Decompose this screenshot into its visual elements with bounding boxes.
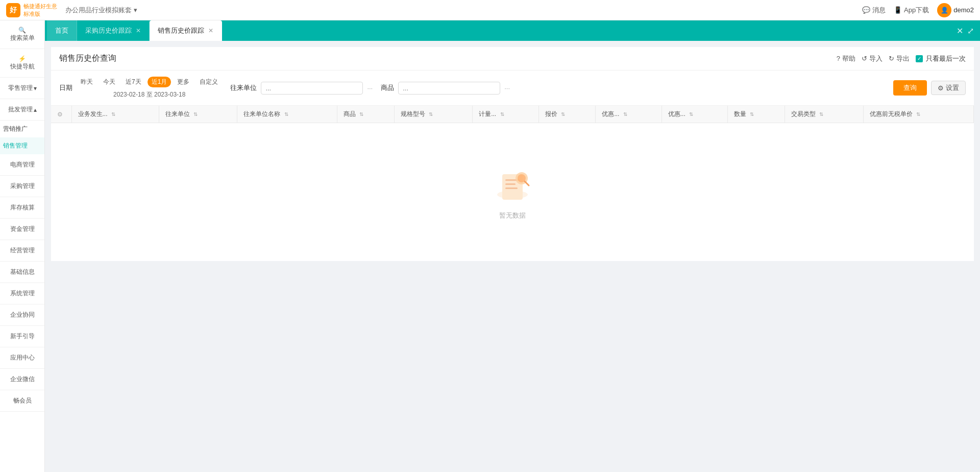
sort-icon: ⇅	[916, 111, 920, 117]
import-button[interactable]: ↺ 导入	[862, 54, 883, 63]
tab-close-all-button[interactable]: ✕	[957, 26, 963, 36]
table-col-gear[interactable]: ⚙	[51, 106, 71, 123]
col-partner-label: 往来单位	[165, 110, 190, 117]
sort-icon: ⇅	[623, 111, 627, 117]
query-button[interactable]: 查询	[893, 80, 927, 96]
sidebar-item-inventory[interactable]: 库存核算	[0, 197, 44, 219]
chevron-down-icon: ▾	[134, 6, 137, 14]
page-title: 销售历史价查询	[59, 53, 116, 64]
sidebar-item-wholesale[interactable]: 批发管理 ▴	[0, 99, 44, 121]
table-col-partner-name[interactable]: 往来单位名称 ⇅	[237, 106, 337, 123]
table-col-quantity[interactable]: 数量 ⇅	[728, 106, 785, 123]
sidebar-item-member[interactable]: 畅会员	[0, 390, 44, 412]
table-col-date[interactable]: 业务发生... ⇅	[71, 106, 159, 123]
table-col-partner-code[interactable]: 往来单位 ⇅	[159, 106, 237, 123]
sidebar-item-retail[interactable]: 零售管理 ▾	[0, 78, 44, 99]
help-icon: ?	[837, 55, 840, 62]
app-download-button[interactable]: 📱 App下载	[894, 6, 929, 15]
date-filter-group: 日期 昨天 今天 近7天 近1月 更多 自定义 202	[59, 77, 222, 99]
sidebar-item-basic[interactable]: 基础信息	[0, 262, 44, 283]
svg-rect-3	[505, 183, 516, 185]
table-col-price[interactable]: 报价 ⇅	[538, 106, 596, 123]
col-date-label: 业务发生...	[78, 110, 108, 117]
page-actions: ? 帮助 ↺ 导入 ↻ 导出	[837, 54, 966, 63]
sidebar-item-ecommerce[interactable]: 电商管理	[0, 154, 44, 176]
export-icon: ↻	[889, 55, 894, 62]
tab-maximize-button[interactable]: ⤢	[967, 26, 974, 36]
sort-icon: ⇅	[284, 111, 288, 117]
table-col-spec[interactable]: 规格型号 ⇅	[394, 106, 473, 123]
sidebar-item-purchase[interactable]: 采购管理	[0, 176, 44, 197]
partner-filter-group: 往来单位 ···	[230, 82, 373, 95]
table-col-trade-type[interactable]: 交易类型 ⇅	[785, 106, 863, 123]
sort-icon: ⇅	[561, 111, 565, 117]
user-menu[interactable]: 👤 demo2	[937, 3, 974, 17]
top-bar-right: 💬 消息 📱 App下载 👤 demo2	[862, 3, 974, 17]
tab-sales[interactable]: 销售历史价跟踪 ✕	[150, 20, 222, 41]
app-container: 好 畅捷通好生意 标准版 办公用品行业模拟账套 ▾ 💬 消息 📱 App下载	[0, 0, 980, 472]
sort-icon: ⇅	[429, 111, 433, 117]
date-btn-custom[interactable]: 自定义	[195, 77, 222, 87]
date-range: 2023-02-18 至 2023-03-18	[113, 90, 185, 99]
sidebar-item-apps[interactable]: 应用中心	[0, 347, 44, 369]
sidebar-item-finance[interactable]: 资金管理	[0, 219, 44, 240]
table-col-discount1[interactable]: 优惠... ⇅	[596, 106, 662, 123]
main-layout: 🔍 搜索菜单 ⚡ 快捷导航 零售管理 ▾ 批发管理 ▴ 营销推广 销售管理	[0, 20, 980, 472]
date-btn-1month[interactable]: 近1月	[148, 77, 172, 87]
message-button[interactable]: 💬 消息	[862, 6, 886, 15]
tab-purchase[interactable]: 采购历史价跟踪 ✕	[77, 20, 150, 41]
sort-icon: ⇅	[111, 111, 115, 117]
app-selector[interactable]: 办公用品行业模拟账套 ▾	[61, 4, 141, 17]
chevron-up-icon: ▴	[34, 106, 37, 113]
only-last-checkbox[interactable]: ✓	[916, 55, 923, 62]
top-bar-left: 好 畅捷通好生意 标准版 办公用品行业模拟账套 ▾	[6, 3, 141, 17]
table-col-goods[interactable]: 商品 ⇅	[337, 106, 394, 123]
date-btn-7days[interactable]: 近7天	[121, 77, 145, 87]
empty-text: 暂无数据	[499, 211, 526, 220]
svg-line-7	[525, 181, 529, 185]
partner-dots: ···	[367, 84, 373, 92]
sidebar-item-wechat[interactable]: 企业微信	[0, 369, 44, 390]
search-icon: 🔍	[18, 27, 26, 34]
sidebar-item-enterprise[interactable]: 企业协同	[0, 304, 44, 326]
table-col-discount2[interactable]: 优惠... ⇅	[662, 106, 727, 123]
table-col-unit[interactable]: 计量... ⇅	[473, 106, 538, 123]
sidebar-item-search[interactable]: 🔍 搜索菜单	[0, 20, 44, 49]
help-button[interactable]: ? 帮助	[837, 54, 855, 63]
page-header: 销售历史价查询 ? 帮助 ↺ 导入 ↻	[51, 47, 974, 70]
date-btn-yesterday[interactable]: 昨天	[77, 77, 97, 87]
gear-icon[interactable]: ⚙	[57, 111, 63, 118]
logo-icon: 好	[6, 3, 20, 17]
page-content: 销售历史价查询 ? 帮助 ↺ 导入 ↻	[45, 41, 980, 472]
message-icon: 💬	[862, 6, 870, 14]
empty-icon	[492, 164, 533, 205]
sidebar-item-marketing[interactable]: 营销推广	[0, 121, 44, 137]
sort-icon: ⇅	[689, 111, 693, 117]
goods-input[interactable]	[398, 82, 500, 95]
tab-sales-close[interactable]: ✕	[208, 27, 213, 34]
tab-home[interactable]: 首页	[47, 20, 77, 41]
date-btn-more[interactable]: 更多	[173, 77, 193, 87]
sidebar-item-quick[interactable]: ⚡ 快捷导航	[0, 49, 44, 78]
settings-button[interactable]: ⚙ 设置	[931, 81, 966, 95]
tab-purchase-close[interactable]: ✕	[136, 27, 141, 34]
empty-state-row: 暂无数据	[51, 123, 974, 262]
sidebar-item-newbie[interactable]: 新手引导	[0, 326, 44, 347]
sidebar-item-operation[interactable]: 经营管理	[0, 240, 44, 262]
tab-bar: 首页 采购历史价跟踪 ✕ 销售历史价跟踪 ✕ ✕ ⤢	[45, 20, 980, 41]
date-buttons: 昨天 今天 近7天 近1月 更多 自定义	[77, 77, 222, 87]
import-icon: ↺	[862, 55, 867, 62]
sort-icon: ⇅	[359, 111, 363, 117]
sidebar-item-sales[interactable]: 销售管理	[0, 137, 44, 154]
sidebar: 🔍 搜索菜单 ⚡ 快捷导航 零售管理 ▾ 批发管理 ▴ 营销推广 销售管理	[0, 20, 45, 472]
date-btn-today[interactable]: 今天	[99, 77, 119, 87]
sort-icon: ⇅	[500, 111, 504, 117]
nav-icon: ⚡	[18, 55, 26, 62]
download-icon: 📱	[894, 6, 902, 14]
table-col-no-tax-price[interactable]: 优惠前无税单价 ⇅	[863, 106, 973, 123]
sidebar-item-system[interactable]: 系统管理	[0, 283, 44, 304]
data-table: ⚙ 业务发生... ⇅ 往来单位 ⇅	[51, 106, 974, 261]
only-last-checkbox-label[interactable]: ✓ 只看最后一次	[916, 54, 966, 63]
partner-input[interactable]	[261, 82, 363, 95]
export-button[interactable]: ↻ 导出	[889, 54, 910, 63]
